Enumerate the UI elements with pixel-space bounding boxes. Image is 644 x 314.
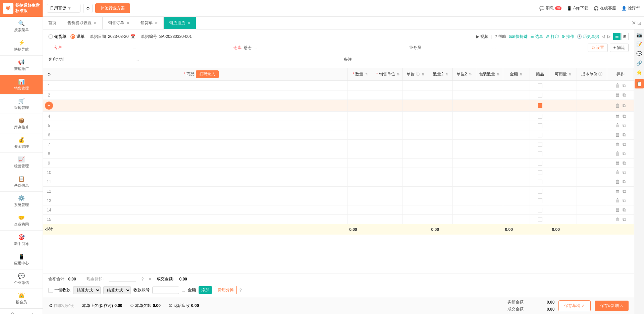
unit-sort-icon[interactable]: ⇅ [397, 72, 399, 76]
gift-cb-1[interactable] [538, 83, 542, 88]
user-profile-item[interactable]: 👤 徐泽华 [622, 5, 640, 11]
amount-input-1[interactable] [505, 83, 528, 88]
gift-cb-4[interactable] [538, 114, 542, 119]
gift-cb-5[interactable] [538, 123, 542, 128]
sidebar-settings-icon[interactable]: ⚙ [10, 311, 15, 314]
delete-icon-10[interactable]: 🗑 [615, 170, 620, 175]
sidebar-item-sales[interactable]: 📊 销售管理 [0, 75, 43, 95]
salesperson-dots[interactable]: ... [492, 46, 496, 50]
price-sort-icon[interactable]: ⇅ [422, 72, 424, 76]
qty-sort-icon[interactable]: ⇅ [365, 72, 368, 76]
gift-cb-11[interactable] [538, 180, 542, 184]
right-panel-link-icon[interactable]: 🔗 [636, 60, 642, 66]
delete-icon-14[interactable]: 🗑 [615, 207, 620, 213]
gift-cb-2[interactable] [538, 93, 542, 98]
one-click-pay-cb[interactable] [48, 288, 53, 293]
delete-icon-3[interactable]: 🗑 [615, 103, 620, 109]
radio-return[interactable]: 退单 [70, 34, 85, 40]
app-download-item[interactable]: 📱 App下载 [567, 5, 588, 11]
view-list-icon[interactable]: ☰ [613, 33, 621, 40]
copy-icon-4[interactable]: ⧉ [623, 113, 626, 119]
unit2-sort-icon[interactable]: ⇅ [469, 72, 472, 76]
video-action[interactable]: ▶ 视频 [476, 34, 488, 40]
right-panel-clipboard-icon[interactable]: 📋 [635, 79, 644, 88]
tab-sale-order-close[interactable]: ✕ [126, 21, 129, 25]
delete-icon-15[interactable]: 🗑 [615, 216, 620, 222]
tab-sale-return-close[interactable]: ✕ [187, 21, 191, 25]
copy-icon-12[interactable]: ⧉ [623, 188, 626, 194]
right-panel-star-icon[interactable]: ⭐ [636, 70, 642, 75]
sidebar-item-system[interactable]: ⚙️ 系统管理 [0, 192, 43, 211]
copy-icon-13[interactable]: ⧉ [623, 198, 626, 203]
unit2-input-1[interactable] [455, 83, 474, 88]
delete-icon-4[interactable]: 🗑 [615, 113, 620, 119]
prev-icon[interactable]: ◁ [602, 34, 605, 39]
customer-dots[interactable]: ... [133, 46, 136, 50]
gift-cb-10[interactable] [538, 170, 542, 175]
sidebar-item-shortcut[interactable]: ⚡ 快捷导航 [0, 36, 43, 56]
pkg-input-1[interactable] [478, 83, 501, 88]
gift-cb-15[interactable] [538, 217, 542, 222]
right-panel-note-icon[interactable]: 📝 [636, 42, 642, 47]
tab-sale-goods-close[interactable]: ✕ [155, 21, 158, 25]
help-action[interactable]: ? 帮助 [495, 34, 506, 40]
tab-sale-goods[interactable]: 销货单 ✕ [135, 17, 164, 29]
sidebar-item-apps[interactable]: 📱 应用中心 [0, 250, 43, 269]
address-dots[interactable]: ... [136, 57, 139, 62]
qty2-input-1[interactable] [431, 83, 450, 88]
qty-input-1[interactable] [350, 83, 372, 88]
fee-split-button[interactable]: 费用分摊 [215, 286, 237, 294]
remark-input[interactable] [354, 56, 421, 63]
shortcut-action[interactable]: ⌨ 快捷键 [509, 34, 528, 40]
tab-home[interactable]: 首页 [43, 17, 62, 29]
sidebar-item-basic[interactable]: 📋 基础信息 [0, 172, 43, 192]
tab-sale-return[interactable]: 销货退货 ✕ [164, 17, 196, 29]
sidebar-collapse-icon[interactable]: ◀ [29, 312, 33, 314]
copy-icon-7[interactable]: ⧉ [623, 141, 626, 147]
sidebar-item-newbie[interactable]: 🎯 新手引导 [0, 231, 43, 250]
tab-sale-price[interactable]: 售价提取设置 ✕ [62, 17, 103, 29]
notification-item[interactable]: 💬 消息 70 [539, 5, 561, 11]
operations-action[interactable]: ⚙ 操作 [561, 34, 574, 40]
delete-icon-7[interactable]: 🗑 [615, 141, 620, 147]
product-input-2[interactable] [57, 93, 345, 98]
gift-cb-14[interactable] [538, 208, 542, 212]
settle-method-select[interactable]: 结算方式 [73, 286, 101, 294]
gift-cb-3[interactable] [538, 103, 542, 108]
settings-button[interactable]: ⚙ 设置 [588, 44, 608, 52]
pkg-sort-icon[interactable]: ⇅ [497, 72, 499, 76]
gift-cb-8[interactable] [538, 151, 542, 156]
amount-sort-icon[interactable]: ⇅ [520, 72, 522, 76]
cash-discount-input[interactable] [109, 276, 136, 281]
address-input[interactable] [66, 56, 133, 63]
gift-cb-7[interactable] [538, 142, 542, 147]
one-click-pay-label[interactable]: 一键收款 [48, 287, 70, 293]
calendar-icon[interactable]: 📅 [130, 34, 136, 39]
scan-btn[interactable]: 扫码录入 [196, 70, 219, 78]
copy-icon-8[interactable]: ⧉ [623, 151, 626, 156]
tab-sale-order[interactable]: 销售订单 ✕ [103, 17, 135, 29]
experience-btn[interactable]: 体验行业方案 [95, 3, 130, 13]
copy-icon-10[interactable]: ⧉ [623, 170, 626, 175]
sidebar-item-operations[interactable]: 📈 经营管理 [0, 153, 43, 172]
sidebar-item-search[interactable]: 🔍 搜索菜单 [0, 17, 43, 36]
account-dots[interactable]: ... [182, 288, 185, 293]
save-new-button[interactable]: 保存&新增 ∧ [595, 301, 629, 311]
copy-icon-9[interactable]: ⧉ [623, 160, 626, 166]
sidebar-item-enterprise[interactable]: 🤝 企业协同 [0, 211, 43, 231]
delete-icon-6[interactable]: 🗑 [615, 132, 620, 138]
select-action[interactable]: ☰ 选单 [530, 34, 543, 40]
delete-icon-11[interactable]: 🗑 [615, 179, 620, 185]
calc-method-select[interactable]: 结算方式 [103, 286, 131, 294]
gift-cb-9[interactable] [538, 161, 542, 166]
account-input[interactable] [152, 287, 179, 294]
qty2-sort-icon[interactable]: ⇅ [445, 72, 448, 76]
history-action[interactable]: 🕐 历史单据 [577, 34, 599, 40]
delete-icon-12[interactable]: 🗑 [615, 188, 620, 194]
tab-expand[interactable]: ⊡ [637, 20, 641, 26]
product-input-3[interactable] [57, 103, 345, 108]
add-button[interactable]: 添加 [199, 286, 212, 294]
sidebar-item-member[interactable]: 👑 畅会员 [0, 289, 43, 308]
unit-input-1[interactable] [376, 83, 400, 88]
sidebar-item-wechat[interactable]: 💬 企业微信 [0, 269, 43, 289]
